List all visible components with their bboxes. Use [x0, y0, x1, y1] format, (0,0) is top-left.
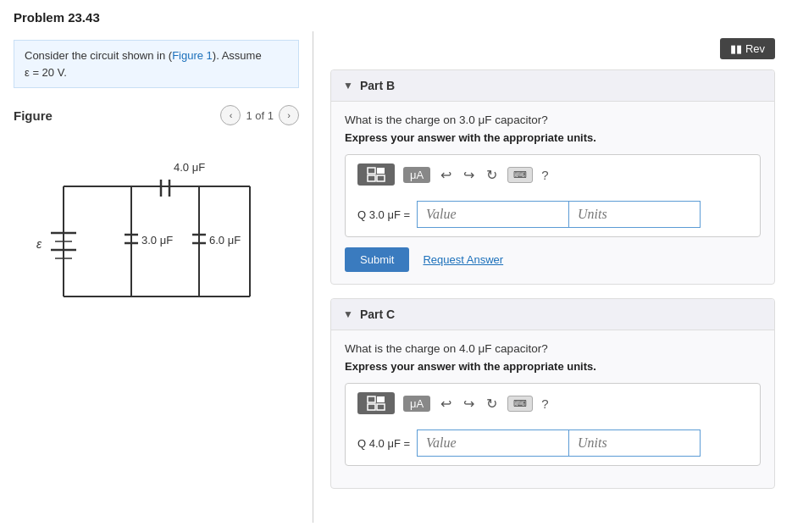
keyboard-icon-c[interactable]: ⌨ — [507, 396, 533, 412]
page-title: Problem 23.43 — [0, 0, 792, 31]
matrix-icon[interactable] — [357, 163, 395, 186]
part-c-input-label: Q 4.0 μF = — [357, 437, 410, 450]
refresh-button-b[interactable]: ↻ — [485, 167, 499, 183]
context-emf: ε = 20 V. — [25, 66, 67, 79]
rev-button-area: ▮▮ Rev — [330, 31, 775, 66]
help-icon-b[interactable]: ? — [541, 168, 548, 182]
part-b-units-input[interactable] — [569, 201, 701, 228]
part-b-value-input[interactable] — [417, 201, 569, 228]
part-c-chevron: ▼ — [343, 308, 353, 320]
part-b-input-row: Q 3.0 μF = — [357, 201, 748, 228]
help-icon-c[interactable]: ? — [541, 396, 548, 411]
svg-text:ε: ε — [36, 237, 42, 251]
part-c-header[interactable]: ▼ Part C — [331, 299, 774, 330]
part-c-instruction: Express your answer with the appropriate… — [345, 360, 761, 373]
svg-rect-27 — [368, 404, 375, 410]
svg-rect-23 — [368, 175, 375, 181]
undo-button-c[interactable]: ↩ — [439, 396, 453, 412]
context-text-before: Consider the circuit shown in ( — [25, 49, 172, 62]
part-b-answer-box: μΑ ↩ ↪ ↻ ⌨ ? Q 3.0 μF = — [345, 154, 761, 237]
figure-label: Figure — [14, 108, 53, 123]
undo-button-b[interactable]: ↩ — [439, 167, 453, 183]
part-b-action-row: Submit Request Answer — [345, 247, 761, 272]
circuit-svg: 4.0 μF ε — [30, 152, 284, 339]
svg-rect-21 — [368, 168, 375, 174]
matrix-icon-c[interactable] — [357, 392, 395, 414]
svg-rect-22 — [377, 168, 385, 174]
nav-controls: ‹ 1 of 1 › — [220, 105, 299, 125]
rev-label: Rev — [745, 42, 765, 55]
problem-context: Consider the circuit shown in (Figure 1)… — [14, 40, 299, 88]
redo-button-b[interactable]: ↪ — [462, 167, 476, 183]
part-b-request-answer-link[interactable]: Request Answer — [423, 253, 503, 266]
part-c-value-input[interactable] — [417, 429, 569, 457]
prev-figure-button[interactable]: ‹ — [220, 105, 241, 125]
part-c-body: What is the charge on 4.0 μF capacitor? … — [331, 330, 774, 488]
right-panel: ▮▮ Rev ▼ Part B What is the charge on 3.… — [313, 31, 792, 523]
part-c-section: ▼ Part C What is the charge on 4.0 μF ca… — [330, 298, 775, 489]
part-c-units-input[interactable] — [569, 429, 701, 457]
figure-page: 1 of 1 — [246, 109, 274, 122]
part-b-header[interactable]: ▼ Part B — [331, 70, 774, 102]
part-b-input-label: Q 3.0 μF = — [357, 208, 410, 221]
rev-button[interactable]: ▮▮ Rev — [720, 38, 775, 59]
part-b-section: ▼ Part B What is the charge on 3.0 μF ca… — [330, 69, 775, 285]
part-b-chevron: ▼ — [343, 80, 353, 91]
mu-icon-b[interactable]: μΑ — [403, 167, 430, 183]
svg-rect-24 — [377, 175, 385, 181]
part-c-title: Part C — [360, 308, 395, 321]
mu-icon-c[interactable]: μΑ — [403, 396, 430, 412]
part-b-question: What is the charge on 3.0 μF capacitor? — [345, 114, 761, 126]
part-c-answer-box: μΑ ↩ ↪ ↻ ⌨ ? Q 4.0 μF = — [345, 383, 761, 466]
svg-rect-25 — [368, 396, 375, 402]
part-c-input-row: Q 4.0 μF = — [357, 429, 748, 457]
figure-link[interactable]: Figure 1 — [172, 49, 213, 62]
svg-text:6.0 μF: 6.0 μF — [209, 234, 241, 247]
keyboard-icon-b[interactable]: ⌨ — [507, 167, 533, 183]
circuit-diagram: 4.0 μF ε — [14, 136, 299, 356]
refresh-button-c[interactable]: ↻ — [485, 396, 499, 412]
part-c-question: What is the charge on 4.0 μF capacitor? — [345, 342, 761, 355]
c1-label: 4.0 μF — [174, 161, 205, 174]
redo-button-c[interactable]: ↪ — [462, 396, 476, 412]
part-b-submit-button[interactable]: Submit — [345, 247, 409, 272]
svg-text:3.0 μF: 3.0 μF — [141, 234, 173, 247]
figure-header: Figure ‹ 1 of 1 › — [14, 105, 299, 125]
part-b-title: Part B — [360, 79, 395, 92]
next-figure-button[interactable]: › — [279, 105, 299, 125]
rev-icon: ▮▮ — [730, 42, 742, 55]
context-text-after: ). Assume — [213, 49, 262, 62]
part-c-toolbar: μΑ ↩ ↪ ↻ ⌨ ? — [357, 392, 748, 421]
part-b-instruction: Express your answer with the appropriate… — [345, 131, 761, 144]
svg-rect-28 — [377, 404, 385, 410]
part-b-toolbar: μΑ ↩ ↪ ↻ ⌨ ? — [357, 163, 748, 192]
left-panel: Consider the circuit shown in (Figure 1)… — [0, 31, 313, 523]
part-b-body: What is the charge on 3.0 μF capacitor? … — [331, 102, 774, 284]
svg-rect-26 — [377, 396, 385, 402]
